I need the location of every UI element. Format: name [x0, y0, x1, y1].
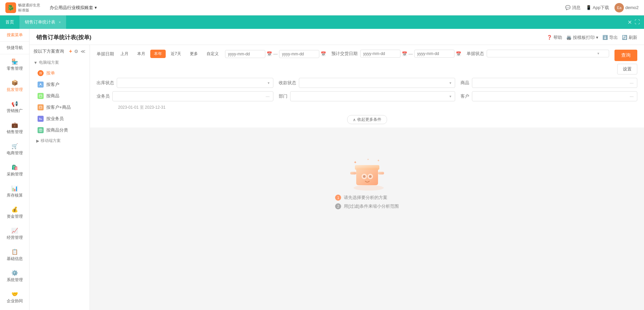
svg-rect-12: [356, 168, 378, 185]
customer-dots-icon[interactable]: ···: [630, 94, 634, 99]
svg-rect-13: [355, 165, 379, 170]
sidebar-item-search-menu[interactable]: 搜索菜单: [0, 29, 29, 42]
scheme-item-by-salesperson[interactable]: 按业务员: [30, 113, 90, 124]
tab-sales-order-stats[interactable]: 销售订单统计表 ×: [19, 15, 66, 29]
print-icon: 🖨️: [566, 35, 572, 40]
query-button[interactable]: 查询: [614, 50, 637, 61]
department-select[interactable]: ▾: [290, 91, 455, 101]
scheme-item-by-product[interactable]: 按商品: [30, 90, 90, 102]
date-btn-custom[interactable]: 自定义: [203, 50, 222, 58]
product-label: 商品: [461, 80, 469, 86]
calendar-delivery-end-icon[interactable]: 📅: [456, 51, 461, 56]
collapse-row: ∧ 收起更多条件: [97, 112, 637, 127]
tab-maximize-button[interactable]: ⛶: [635, 19, 640, 25]
tab-bar: 首页 销售订单统计表 × ✕ ⛶: [0, 15, 644, 29]
top-bar: 🐉 畅捷通好生意 标准版 办公用品行业模拟账套 ▾ 💬 消息 📱 App下载 E…: [0, 0, 644, 15]
page-header: 销售订单统计表(按单) ❓ 帮助 🖨️ 按模板打印 ▾ ⬇️ 导出 🔄 刷新: [30, 29, 644, 45]
by-customer-icon: [38, 82, 44, 88]
collapse-scheme-button[interactable]: ≪: [80, 49, 86, 54]
system-icon: ⚙️: [11, 270, 18, 276]
setting-button[interactable]: 设置: [617, 64, 637, 74]
tab-close-button[interactable]: ✕: [628, 19, 632, 25]
customer-select[interactable]: ···: [472, 91, 637, 101]
date-btn-this-year[interactable]: 本年: [150, 50, 166, 58]
inventory-icon: 📊: [11, 185, 18, 192]
salesperson-dots-icon[interactable]: ···: [266, 94, 270, 99]
sidebar-item-retail[interactable]: 🏪 零售管理: [0, 54, 29, 75]
payment-status-chevron-icon: ▾: [449, 81, 451, 85]
date-btn-last7[interactable]: 近7天: [167, 50, 185, 58]
sidebar-item-new-guide[interactable]: 🌟 新手引导: [0, 308, 29, 310]
scheme-item-by-category[interactable]: 按商品分类: [30, 124, 90, 136]
sidebar-item-system[interactable]: ⚙️ 系统管理: [0, 266, 29, 287]
sidebar-item-basic-info[interactable]: 📋 基础信息: [0, 245, 29, 266]
svg-point-11: [354, 185, 384, 191]
order-status-select[interactable]: ▾: [487, 50, 609, 57]
sidebar-item-operations[interactable]: 📈 经营管理: [0, 223, 29, 245]
svg-text:✦: ✦: [377, 159, 380, 162]
export-icon: ⬇️: [602, 35, 608, 40]
collapse-more-button[interactable]: ∧ 收起更多条件: [347, 115, 387, 124]
retail-icon: 🏪: [11, 58, 18, 65]
settings-scheme-button[interactable]: ⚙: [74, 49, 78, 54]
app-download-button[interactable]: 📱 App下载: [586, 5, 609, 11]
scheme-group-desktop[interactable]: ▼ 电脑端方案: [30, 58, 90, 67]
refresh-button[interactable]: 🔄 刷新: [622, 35, 637, 41]
department-label: 部门: [279, 93, 287, 99]
date-btn-this-month[interactable]: 本月: [133, 50, 149, 58]
date-start-input[interactable]: [225, 50, 265, 58]
date-btn-last-month[interactable]: 上月: [117, 50, 132, 58]
sidebar-item-ecommerce[interactable]: 🛒 电商管理: [0, 139, 29, 160]
basic-info-icon: 📋: [11, 249, 18, 255]
svg-point-17: [369, 175, 372, 178]
svg-text:✦: ✦: [354, 160, 357, 165]
date-range-display: 2023-01-01 至 2023-12-31: [118, 105, 165, 110]
sidebar: 搜索菜单 快捷导航 🏪 零售管理 📦 批发管理 📢 营销推广 💼 销售管理 🛒 …: [0, 29, 30, 310]
salesperson-select[interactable]: ···: [112, 91, 273, 101]
sidebar-item-marketing[interactable]: 📢 营销推广: [0, 97, 29, 118]
message-button[interactable]: 💬 消息: [565, 5, 581, 11]
delivery-status-select[interactable]: ▾: [117, 78, 273, 88]
scheme-group-mobile[interactable]: ▶ 移动端方案: [30, 136, 90, 146]
company-selector[interactable]: 办公用品行业模拟账套 ▾: [50, 5, 97, 11]
date-btn-more[interactable]: 更多: [186, 50, 202, 58]
sidebar-item-sales[interactable]: 💼 销售管理: [0, 118, 29, 139]
tab-home[interactable]: 首页: [0, 15, 19, 29]
sidebar-item-procurement[interactable]: 🛍️ 采购管理: [0, 160, 29, 181]
template-print-button[interactable]: 🖨️ 按模板打印 ▾: [566, 35, 598, 41]
calendar-delivery-start-icon[interactable]: 📅: [402, 51, 407, 56]
sidebar-item-inventory[interactable]: 📊 库存核算: [0, 181, 29, 202]
sidebar-item-finance[interactable]: 💰 资金管理: [0, 202, 29, 223]
main-content: 单据日期 上月 本月 本年 近7天 更多 自定义 �: [90, 45, 644, 310]
sidebar-item-wholesale[interactable]: 📦 批发管理: [0, 75, 29, 97]
status-chevron-icon: ▾: [597, 51, 599, 56]
by-order-icon: 按: [38, 70, 44, 76]
empty-illustration: ✦ ✦ ✦: [347, 154, 387, 188]
payment-status-select[interactable]: ▾: [299, 78, 455, 88]
empty-state: ✦ ✦ ✦: [90, 127, 644, 236]
tip-num-1: 1: [335, 195, 341, 201]
calendar-end-icon[interactable]: 📅: [321, 51, 326, 56]
help-button[interactable]: ❓ 帮助: [547, 35, 562, 41]
scheme-item-by-customer-product[interactable]: 按客户+商品: [30, 102, 90, 113]
delivery-start-input[interactable]: [360, 50, 400, 58]
user-menu[interactable]: Ea demo2: [614, 3, 639, 12]
calendar-start-icon[interactable]: 📅: [267, 51, 272, 56]
scheme-item-by-order[interactable]: 按 按单: [30, 67, 90, 79]
scheme-item-by-customer[interactable]: 按客户: [30, 79, 90, 90]
ecommerce-icon: 🛒: [11, 143, 18, 149]
delivery-end-input[interactable]: [414, 50, 454, 58]
customer-label: 客户: [461, 93, 469, 99]
sidebar-item-enterprise[interactable]: 🤝 企业协同: [0, 287, 29, 308]
by-category-icon: [38, 127, 44, 133]
product-dots-icon[interactable]: ···: [630, 80, 634, 86]
empty-svg: ✦ ✦ ✦: [347, 154, 390, 191]
date-end-input[interactable]: [279, 50, 319, 58]
delivery-status-label: 出库状态: [97, 80, 114, 86]
sidebar-item-quick-nav[interactable]: 快捷导航: [0, 42, 29, 54]
export-button[interactable]: ⬇️ 导出: [602, 35, 618, 41]
delivery-date-range: 📅 — 📅: [360, 50, 461, 58]
tab-close-icon[interactable]: ×: [59, 20, 61, 24]
add-scheme-button[interactable]: +: [69, 48, 72, 54]
product-select[interactable]: ···: [472, 78, 637, 88]
